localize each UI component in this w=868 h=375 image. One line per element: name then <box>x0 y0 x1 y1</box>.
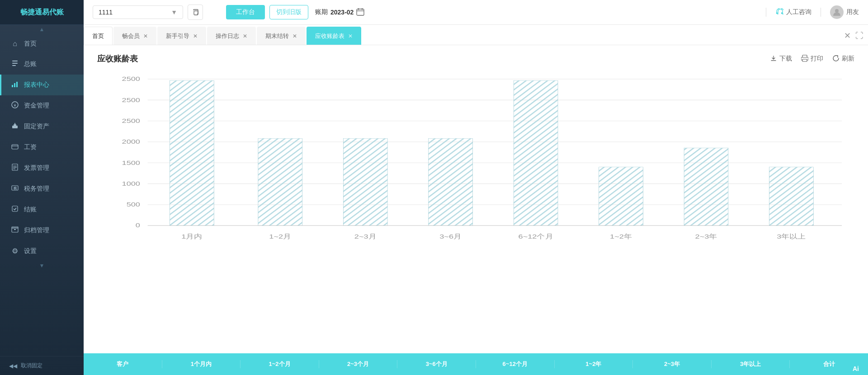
unpin-icon: ◀◀ <box>9 363 17 369</box>
page-header: 应收账龄表 下载 <box>84 45 868 70</box>
switch-version-button[interactable]: 切到旧版 <box>269 5 308 19</box>
cancel-fixed-label: 取消固定 <box>21 362 42 370</box>
tab-label: 首页 <box>92 32 104 40</box>
svg-rect-11 <box>12 145 18 149</box>
tab-close-icon[interactable]: ✕ <box>143 33 148 39</box>
tab-aging[interactable]: 应收账龄表 ✕ <box>307 27 361 45</box>
sidebar-item-close[interactable]: 结账 <box>0 199 84 220</box>
svg-text:1~2年: 1~2年 <box>610 233 632 239</box>
tab-close-icon[interactable]: ✕ <box>193 33 198 39</box>
svg-rect-8 <box>12 126 18 128</box>
sidebar: 畅捷通易代账 ▲ ⌂ 首页 总账 报表中心 ¥ 资金管理 <box>0 0 84 375</box>
svg-text:2~3年: 2~3年 <box>695 233 717 239</box>
close-tab-btn[interactable]: ✕ <box>844 31 851 41</box>
tab-label: 操作日志 <box>216 32 239 40</box>
svg-text:税: 税 <box>13 186 17 190</box>
tab-home[interactable]: 首页 <box>84 27 113 45</box>
consult-label: 人工咨询 <box>786 8 811 16</box>
col-3year-plus: 3年以上 <box>712 360 790 368</box>
svg-rect-2 <box>12 65 16 66</box>
sidebar-item-label: 固定资产 <box>24 122 49 131</box>
sidebar-item-tax[interactable]: 税 税务管理 <box>0 178 84 199</box>
sidebar-item-ledger[interactable]: 总账 <box>0 54 84 75</box>
tab-close-icon[interactable]: ✕ <box>348 33 353 39</box>
calendar-icon[interactable] <box>356 8 364 17</box>
col-customer: 客户 <box>84 360 162 368</box>
user-menu[interactable]: 用友 <box>830 5 859 19</box>
svg-rect-52 <box>343 139 387 226</box>
sidebar-item-label: 首页 <box>24 40 37 48</box>
switch-label: 切到旧版 <box>276 8 302 15</box>
sidebar-item-archive[interactable]: 归档管理 <box>0 220 84 241</box>
refresh-button[interactable]: 刷新 <box>832 55 854 63</box>
col-2-3month: 2~3个月 <box>319 360 398 368</box>
sidebar-item-label: 资金管理 <box>24 102 49 110</box>
tab-period-end[interactable]: 期末结转 ✕ <box>257 27 306 45</box>
sidebar-item-home[interactable]: ⌂ 首页 <box>0 34 84 54</box>
copy-button[interactable] <box>188 5 203 20</box>
sidebar-item-label: 归档管理 <box>24 226 49 234</box>
svg-text:0: 0 <box>136 222 140 229</box>
period-label: 账期 <box>315 8 328 16</box>
download-button[interactable]: 下载 <box>770 55 792 63</box>
svg-text:500: 500 <box>127 201 140 207</box>
invoice-icon <box>10 164 19 173</box>
svg-rect-56 <box>684 148 728 226</box>
tab-label: 期末结转 <box>265 32 289 40</box>
scroll-down-arrow[interactable]: ▼ <box>0 261 84 270</box>
tab-log[interactable]: 操作日志 ✕ <box>207 27 256 45</box>
consult-button[interactable]: 人工咨询 <box>775 8 811 17</box>
sidebar-logo: 畅捷通易代账 <box>0 0 84 25</box>
col-2-3year: 2~3年 <box>633 360 712 368</box>
header-right: 人工咨询 用友 <box>766 5 859 19</box>
sidebar-item-reports[interactable]: 报表中心 <box>0 75 84 95</box>
svg-rect-19 <box>12 206 18 211</box>
sidebar-item-invoice[interactable]: 发票管理 <box>0 158 84 178</box>
sidebar-item-settings[interactable]: ⚙ 设置 <box>0 241 84 261</box>
svg-rect-10 <box>14 123 15 124</box>
svg-rect-28 <box>776 12 778 14</box>
sidebar-item-label: 报表中心 <box>24 81 49 89</box>
print-button[interactable]: 打印 <box>801 55 823 63</box>
sidebar-item-salary[interactable]: 工资 <box>0 137 84 158</box>
svg-text:2500: 2500 <box>122 75 140 82</box>
sidebar-item-label: 税务管理 <box>24 185 49 193</box>
svg-rect-15 <box>13 167 17 168</box>
print-label: 打印 <box>811 55 823 63</box>
sidebar-item-funds[interactable]: ¥ 资金管理 <box>0 95 84 116</box>
svg-text:2500: 2500 <box>122 96 140 103</box>
tab-close-icon[interactable]: ✕ <box>243 33 247 39</box>
download-icon <box>770 55 777 63</box>
maximize-tab-btn[interactable]: ⛶ <box>855 31 863 41</box>
period-value: 2023-02 <box>330 9 354 16</box>
divider <box>766 8 766 17</box>
svg-text:2500: 2500 <box>122 117 140 124</box>
sidebar-item-assets[interactable]: 固定资产 <box>0 116 84 137</box>
ledger-icon <box>10 60 19 69</box>
main-area: 1111 ▼ 工作台 切到旧版 账期 2023-02 <box>84 0 868 375</box>
ai-label: Ai <box>853 365 859 372</box>
workbench-button[interactable]: 工作台 <box>226 5 265 19</box>
close-ledger-icon <box>10 205 19 214</box>
scroll-up-arrow[interactable]: ▲ <box>0 25 84 34</box>
copy-icon <box>192 9 199 16</box>
tab-member[interactable]: 畅会员 ✕ <box>113 27 156 45</box>
svg-rect-32 <box>802 59 807 61</box>
col-1-2month: 1~2个月 <box>241 360 319 368</box>
chevron-down-icon: ▼ <box>171 9 177 16</box>
svg-rect-16 <box>13 169 15 169</box>
user-name: 用友 <box>846 8 859 16</box>
refresh-label: 刷新 <box>842 55 854 63</box>
svg-rect-22 <box>14 229 16 230</box>
tab-close-icon[interactable]: ✕ <box>292 33 297 39</box>
svg-text:1000: 1000 <box>122 180 140 187</box>
svg-text:1~2月: 1~2月 <box>269 233 291 239</box>
ai-badge[interactable]: Ai <box>844 362 868 375</box>
svg-text:6~12个月: 6~12个月 <box>519 233 553 239</box>
chart-container: 2500 2500 2500 2000 1500 1000 500 0 <box>84 70 868 353</box>
cancel-fixed-btn[interactable]: ◀◀ 取消固定 <box>0 356 84 375</box>
svg-text:1月内: 1月内 <box>181 233 202 239</box>
company-dropdown[interactable]: 1111 ▼ <box>93 5 183 19</box>
tab-guide[interactable]: 新手引导 ✕ <box>157 27 206 45</box>
download-label: 下载 <box>779 55 792 63</box>
